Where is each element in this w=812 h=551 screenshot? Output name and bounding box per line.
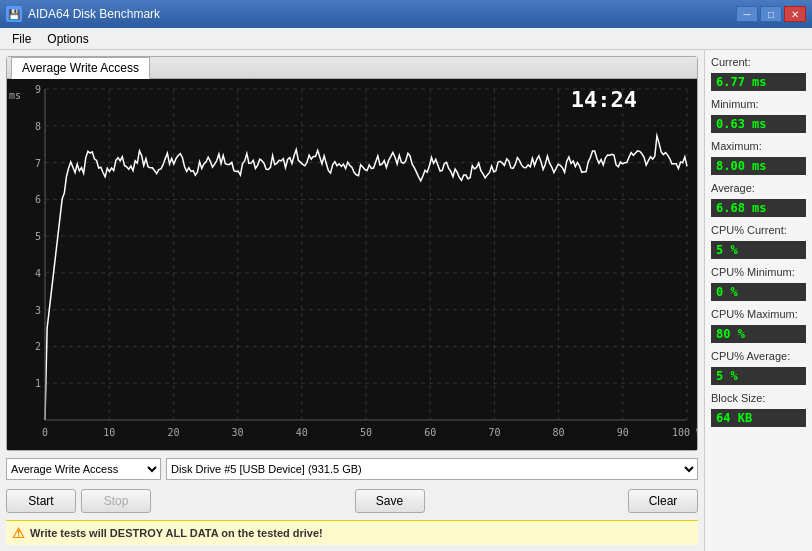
average-label: Average: (711, 182, 806, 194)
close-button[interactable]: ✕ (784, 6, 806, 22)
average-value: 6.68 ms (711, 199, 806, 217)
minimum-value: 0.63 ms (711, 115, 806, 133)
warning-bar: ⚠ Write tests will DESTROY ALL DATA on t… (6, 520, 698, 545)
save-button[interactable]: Save (355, 489, 425, 513)
cpu-minimum-label: CPU% Minimum: (711, 266, 806, 278)
right-panel: Current: 6.77 ms Minimum: 0.63 ms Maximu… (704, 50, 812, 551)
test-type-select[interactable]: Average Write Access Average Read Access… (6, 458, 161, 480)
tab-header: Average Write Access (7, 57, 697, 79)
block-size-label: Block Size: (711, 392, 806, 404)
maximum-label: Maximum: (711, 140, 806, 152)
menu-file[interactable]: File (4, 30, 39, 48)
controls-row: Average Write Access Average Read Access… (6, 456, 698, 482)
cpu-current-value: 5 % (711, 241, 806, 259)
current-label: Current: (711, 56, 806, 68)
warning-icon: ⚠ (12, 525, 25, 541)
window-title: AIDA64 Disk Benchmark (28, 7, 160, 21)
cpu-average-value: 5 % (711, 367, 806, 385)
main-layout: Average Write Access 14:24 Average Write… (0, 50, 812, 551)
maximum-value: 8.00 ms (711, 157, 806, 175)
buttons-row: Start Stop Save Clear (6, 487, 698, 515)
app-icon: 💾 (6, 6, 22, 22)
stop-button[interactable]: Stop (81, 489, 151, 513)
clear-button[interactable]: Clear (628, 489, 698, 513)
left-panel: Average Write Access 14:24 Average Write… (0, 50, 704, 551)
cpu-current-label: CPU% Current: (711, 224, 806, 236)
menu-bar: File Options (0, 28, 812, 50)
warning-text: Write tests will DESTROY ALL DATA on the… (30, 527, 323, 539)
cpu-minimum-value: 0 % (711, 283, 806, 301)
window-controls: ─ □ ✕ (736, 6, 806, 22)
time-display: 14:24 (571, 87, 637, 112)
maximize-button[interactable]: □ (760, 6, 782, 22)
menu-options[interactable]: Options (39, 30, 96, 48)
minimize-button[interactable]: ─ (736, 6, 758, 22)
cpu-maximum-label: CPU% Maximum: (711, 308, 806, 320)
start-button[interactable]: Start (6, 489, 76, 513)
chart-area: 14:24 (7, 79, 697, 450)
block-size-value: 64 KB (711, 409, 806, 427)
tab-average-access[interactable]: Average Write Access (11, 57, 150, 79)
current-value: 6.77 ms (711, 73, 806, 91)
cpu-average-label: CPU% Average: (711, 350, 806, 362)
tab-area: Average Write Access 14:24 (6, 56, 698, 451)
cpu-maximum-value: 80 % (711, 325, 806, 343)
drive-select[interactable]: Disk Drive #5 [USB Device] (931.5 GB) (166, 458, 698, 480)
benchmark-chart (7, 79, 697, 450)
title-bar: 💾 AIDA64 Disk Benchmark ─ □ ✕ (0, 0, 812, 28)
minimum-label: Minimum: (711, 98, 806, 110)
